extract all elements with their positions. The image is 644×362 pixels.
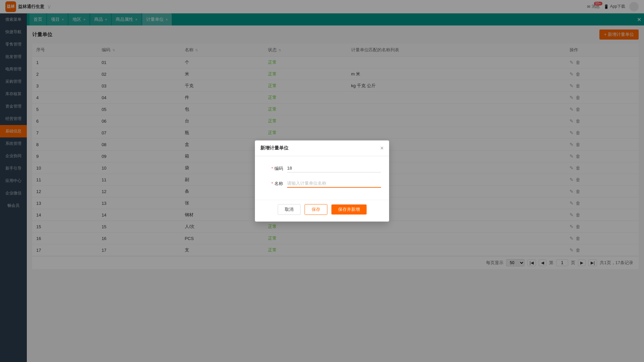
save-and-new-button[interactable]: 保存并新增 [331, 204, 367, 215]
code-label: *编码 [263, 166, 283, 172]
modal-close-button[interactable]: × [380, 145, 384, 151]
cancel-button[interactable]: 取消 [278, 204, 301, 215]
modal-title: 新增计量单位 [260, 145, 288, 151]
modal-header: 新增计量单位 × [255, 140, 389, 156]
name-input[interactable] [287, 179, 381, 188]
code-required-mark: * [271, 166, 273, 171]
code-field-row: *编码 [263, 164, 381, 173]
save-button[interactable]: 保存 [305, 204, 327, 215]
modal-overlay: 新增计量单位 × *编码 *名称 取消 保存 保存并新增 [0, 0, 644, 362]
name-required-mark: * [271, 181, 273, 186]
code-input[interactable] [287, 164, 381, 173]
add-unit-modal: 新增计量单位 × *编码 *名称 取消 保存 保存并新增 [255, 140, 389, 222]
name-label: *名称 [263, 181, 283, 187]
modal-footer: 取消 保存 保存并新增 [255, 200, 389, 222]
modal-body: *编码 *名称 [255, 156, 389, 200]
name-field-row: *名称 [263, 179, 381, 188]
